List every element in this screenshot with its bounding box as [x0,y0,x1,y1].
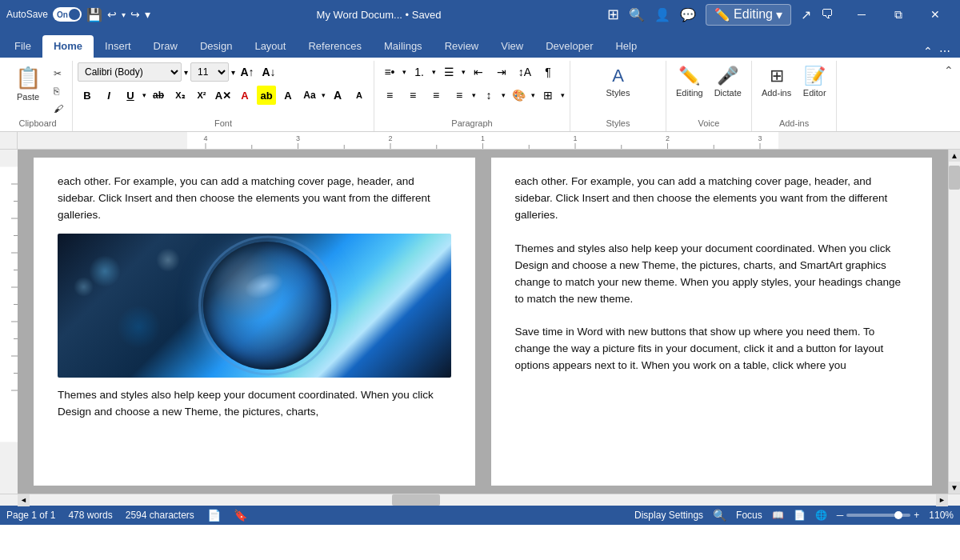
borders-button[interactable]: ⊞ [538,86,558,105]
font-size-select[interactable]: 11 [190,62,229,82]
tab-view[interactable]: View [490,35,534,58]
increase-indent-button[interactable]: ⇥ [491,62,512,82]
multilevel-dropdown-icon[interactable]: ▾ [462,68,466,76]
bold-button[interactable]: B [78,86,97,105]
undo-icon[interactable]: ↩ [107,8,117,21]
ribbon-more-icon[interactable]: ⋯ [939,45,950,58]
zoom-plus-button[interactable]: + [914,510,919,521]
shading-para-button[interactable]: 🎨 [508,86,529,105]
scroll-thumb[interactable] [949,166,960,190]
align-left-button[interactable]: ≡ [379,86,400,105]
text-size-dropdown-icon[interactable]: ▾ [322,91,326,99]
zoom-level[interactable]: 110% [929,510,954,521]
editing-button[interactable]: ✏️ Editing ▾ [706,4,791,26]
borders-dropdown-icon[interactable]: ▾ [561,91,565,99]
subscript-button[interactable]: X₂ [170,86,190,105]
font-size-dropdown-icon[interactable]: ▾ [231,68,235,77]
shading-button[interactable]: A [278,86,298,105]
highlight-button[interactable]: ab [257,86,276,105]
accessibility-icon[interactable]: 🔖 [234,509,247,522]
dictate-button[interactable]: 🎤 Dictate [710,62,746,101]
redo-icon[interactable]: ↪ [130,8,140,21]
focus-label[interactable]: Focus [736,510,762,521]
vertical-scrollbar[interactable]: ▲ ▼ [948,150,960,494]
hscroll-track[interactable] [30,494,936,506]
tab-mailings[interactable]: Mailings [373,35,434,58]
decrease-indent-button[interactable]: ⇤ [468,62,489,82]
tab-file[interactable]: File [3,35,42,58]
comments-btn[interactable]: 🗨 [821,7,834,22]
hscroll-right-button[interactable]: ► [936,494,948,506]
clear-format-button[interactable]: A✕ [214,86,233,105]
restore-button[interactable]: ⧉ [880,0,917,29]
zoom-slider[interactable] [846,514,910,517]
tab-home[interactable]: Home [42,35,94,58]
underline-dropdown-icon[interactable]: ▾ [142,91,146,99]
proofing-icon[interactable]: 📄 [207,509,221,522]
text-size-button[interactable]: Aa [300,86,319,105]
document-page-left[interactable]: each other. For example, you can add a m… [34,158,475,486]
tab-references[interactable]: References [297,35,372,58]
line-spacing-button[interactable]: ↕ [478,86,499,105]
font-size-inc-button[interactable]: A [328,86,347,105]
tab-layout[interactable]: Layout [243,35,297,58]
view-print-icon[interactable]: 📄 [794,510,806,521]
share-btn[interactable]: ↗ [801,7,811,22]
font-size-dec-button[interactable]: A [350,86,369,105]
tab-help[interactable]: Help [604,35,648,58]
superscript-button[interactable]: X² [192,86,211,105]
scroll-down-button[interactable]: ▼ [949,482,960,494]
increase-font-button[interactable]: A↑ [238,62,257,82]
underline-button[interactable]: U [121,86,140,105]
shading-dropdown-icon[interactable]: ▾ [531,91,535,99]
sort-button[interactable]: ↕A [514,62,535,82]
scroll-up-button[interactable]: ▲ [949,150,960,162]
comments-icon[interactable]: 💬 [680,7,696,22]
align-right-button[interactable]: ≡ [426,86,446,105]
zoom-control[interactable]: ─ + [837,510,920,521]
scroll-track[interactable] [949,162,960,482]
show-formatting-button[interactable]: ¶ [538,62,558,82]
font-color-button[interactable]: A [235,86,254,105]
minimize-button[interactable]: ─ [843,0,880,29]
line-spacing-dropdown-icon[interactable]: ▾ [502,91,506,99]
tab-design[interactable]: Design [189,35,243,58]
document-page-right[interactable]: each other. For example, you can add a m… [491,158,933,486]
tab-developer[interactable]: Developer [534,35,604,58]
addins-button[interactable]: ⊞ Add-ins [757,62,796,101]
copy-button[interactable]: ⎘ [50,83,67,99]
bullets-button[interactable]: ≡• [379,62,400,82]
share-icon[interactable]: 👤 [654,7,670,22]
align-dropdown-icon[interactable]: ▾ [472,91,476,99]
zoom-minus-button[interactable]: ─ [837,510,844,521]
view-web-icon[interactable]: 🌐 [815,510,827,521]
save-icon[interactable]: 💾 [86,7,102,22]
cut-button[interactable]: ✂ [50,66,67,82]
decrease-font-button[interactable]: A↓ [259,62,278,82]
font-name-select[interactable]: Calibri (Body) [78,62,182,82]
editing-ribbon-button[interactable]: ✏️ Editing [671,62,708,101]
view-read-icon[interactable]: 📖 [772,510,784,521]
autosave-toggle[interactable]: On [53,7,82,22]
numbering-button[interactable]: 1. [409,62,430,82]
italic-button[interactable]: I [99,86,118,105]
customize-icon[interactable]: ▾ [145,8,150,21]
justify-button[interactable]: ≡ [449,86,470,105]
align-center-button[interactable]: ≡ [402,86,423,105]
font-dropdown-icon[interactable]: ▾ [184,68,188,77]
collapse-ribbon-button[interactable]: ⌃ [944,64,954,77]
close-button[interactable]: ✕ [917,0,954,29]
numbering-dropdown-icon[interactable]: ▾ [432,68,436,76]
undo-dropdown-icon[interactable]: ▾ [122,10,126,19]
focus-icon[interactable]: 🔍 [713,509,726,522]
bullets-dropdown-icon[interactable]: ▾ [402,68,406,76]
search-icon[interactable]: 🔍 [629,7,645,22]
hscroll-left-button[interactable]: ◄ [18,494,30,506]
paste-button[interactable]: 📋 Paste [8,62,48,105]
tab-review[interactable]: Review [434,35,490,58]
tab-insert[interactable]: Insert [94,35,142,58]
strikethrough-button[interactable]: ab [149,86,168,105]
multilevel-button[interactable]: ☰ [438,62,459,82]
format-painter-button[interactable]: 🖌 [50,101,67,117]
tab-draw[interactable]: Draw [142,35,189,58]
